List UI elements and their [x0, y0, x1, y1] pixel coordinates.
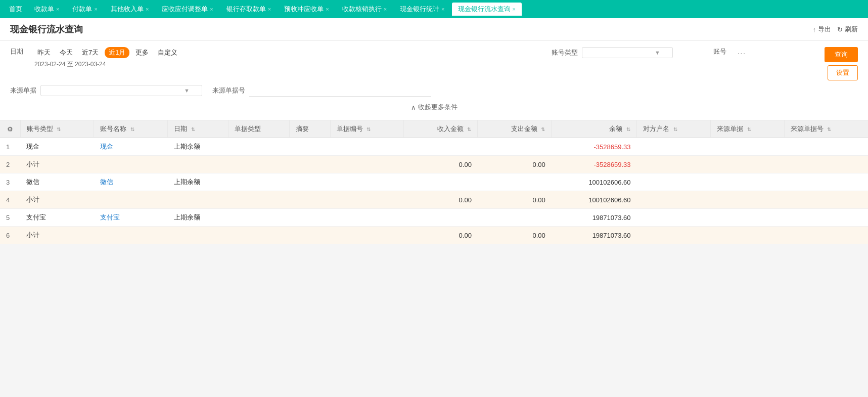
cell-acct-name[interactable]: 现金	[94, 138, 168, 156]
th-expense[interactable]: 支出金额 ⇅	[478, 120, 552, 138]
table-row: 6 小计 0.00 0.00 19871073.60	[0, 227, 868, 244]
close-tab-0-icon[interactable]: ×	[56, 6, 59, 12]
cell-voucher-no	[330, 173, 404, 191]
cell-acct-name[interactable]: 支付宝	[94, 209, 168, 227]
cell-num: 6	[0, 227, 20, 244]
cell-balance: -3528659.33	[552, 138, 637, 156]
date-range: 2023-02-24 至 2023-03-24	[34, 60, 180, 69]
cell-acct-type: 小计	[20, 156, 94, 173]
nav-tab-1[interactable]: 付款单 ×	[66, 3, 103, 16]
src-doc-select[interactable]: ▼	[40, 85, 202, 96]
cell-voucher-type	[228, 209, 289, 227]
table-row: 2 小计 0.00 0.00 -3528659.33	[0, 156, 868, 173]
date-opt-custom[interactable]: 自定义	[155, 47, 180, 58]
cell-voucher-no	[330, 191, 404, 209]
cell-balance: 100102606.60	[552, 191, 637, 209]
cell-date	[168, 156, 229, 173]
nav-tab-3[interactable]: 应收应付调整单 ×	[156, 3, 219, 16]
cell-acct-type: 小计	[20, 191, 94, 209]
acct-type-select[interactable]: ▼	[582, 47, 673, 58]
cell-src-doc-no	[784, 191, 868, 209]
date-opt-1month[interactable]: 近1月	[105, 47, 129, 58]
sort-date-icon: ⇅	[191, 126, 195, 132]
th-acct-name[interactable]: 账号名称 ⇅	[94, 120, 168, 138]
th-src-doc-no[interactable]: 来源单据号 ⇅	[784, 120, 868, 138]
cell-src-doc-no	[784, 227, 868, 244]
th-voucher-type: 单据类型	[228, 120, 289, 138]
cell-expense	[478, 209, 552, 227]
close-tab-5-icon[interactable]: ×	[326, 6, 329, 12]
filter-area: 日期 昨天 今天 近7天 近1月 更多 自定义 2023-02-24 至 202…	[0, 41, 868, 120]
nav-home[interactable]: 首页	[4, 3, 27, 16]
nav-tab-0[interactable]: 收款单 ×	[28, 3, 65, 16]
table-row: 4 小计 0.00 0.00 100102606.60	[0, 191, 868, 209]
table-body: 1 现金 现金 上期余额 -3528659.33 2 小计 0.00 0.00 …	[0, 138, 868, 244]
cell-voucher-type	[228, 191, 289, 209]
table-row: 3 微信 微信 上期余额 100102606.60	[0, 173, 868, 191]
close-tab-2-icon[interactable]: ×	[146, 6, 149, 12]
close-tab-8-icon[interactable]: ×	[513, 6, 516, 12]
date-opt-7days[interactable]: 近7天	[79, 47, 102, 58]
refresh-button[interactable]: ↻ 刷新	[837, 25, 858, 34]
nav-tab-4[interactable]: 银行存取款单 ×	[220, 3, 277, 16]
cell-balance: -3528659.33	[552, 156, 637, 173]
cell-date: 上期余额	[168, 173, 229, 191]
date-opt-more[interactable]: 更多	[132, 47, 152, 58]
nav-tab-2[interactable]: 其他收入单 ×	[105, 3, 155, 16]
cell-acct-name	[94, 156, 168, 173]
cell-voucher-no	[330, 156, 404, 173]
nav-tab-7[interactable]: 现金银行统计 ×	[394, 3, 450, 16]
src-doc-no-input[interactable]	[249, 84, 431, 97]
close-tab-4-icon[interactable]: ×	[268, 6, 271, 12]
th-counter[interactable]: 对方户名 ⇅	[637, 120, 711, 138]
th-settings[interactable]: ⚙	[0, 120, 20, 138]
sort-src-doc-icon: ⇅	[747, 126, 751, 132]
collapse-icon: ∧	[411, 104, 416, 111]
cell-expense: 0.00	[478, 227, 552, 244]
acct-dots[interactable]: ...	[738, 48, 746, 56]
page-header: 现金银行流水查询 ↑ 导出 ↻ 刷新	[0, 18, 868, 41]
cell-acct-name[interactable]: 微信	[94, 173, 168, 191]
cell-src-doc-no	[784, 156, 868, 173]
th-acct-type[interactable]: 账号类型 ⇅	[20, 120, 94, 138]
close-tab-6-icon[interactable]: ×	[384, 6, 387, 12]
nav-tab-5[interactable]: 预收冲应收单 ×	[278, 3, 335, 16]
cell-src-doc-no	[784, 138, 868, 156]
cell-acct-type: 现金	[20, 138, 94, 156]
th-voucher-no[interactable]: 单据编号 ⇅	[330, 120, 404, 138]
close-tab-3-icon[interactable]: ×	[210, 6, 213, 12]
date-opt-today[interactable]: 今天	[57, 47, 76, 58]
cell-balance: 19871073.60	[552, 227, 637, 244]
acct-label: 账号	[713, 47, 734, 56]
th-balance[interactable]: 余额 ⇅	[552, 120, 637, 138]
th-date[interactable]: 日期 ⇅	[168, 120, 229, 138]
query-button[interactable]: 查询	[825, 47, 858, 62]
cell-balance: 100102606.60	[552, 173, 637, 191]
cell-counter	[637, 173, 711, 191]
sort-expense-icon: ⇅	[541, 126, 545, 132]
gear-icon[interactable]: ⚙	[7, 125, 13, 133]
nav-tab-8[interactable]: 现金银行流水查询 ×	[452, 3, 522, 16]
cell-desc	[290, 191, 330, 209]
date-opt-yesterday[interactable]: 昨天	[34, 47, 54, 58]
table-container: ⚙ 账号类型 ⇅ 账号名称 ⇅ 日期 ⇅ 单据类型 摘要 单据编号	[0, 120, 868, 244]
refresh-icon: ↻	[837, 26, 843, 33]
cell-income: 0.00	[404, 191, 478, 209]
cell-desc	[290, 138, 330, 156]
cell-acct-name	[94, 191, 168, 209]
cell-voucher-type	[228, 173, 289, 191]
action-col: 查询 设置	[825, 47, 858, 80]
settings-button[interactable]: 设置	[828, 65, 858, 80]
th-income[interactable]: 收入金额 ⇅	[404, 120, 478, 138]
collapse-button[interactable]: ∧ 收起更多条件	[409, 101, 460, 114]
nav-tab-6[interactable]: 收款核销执行 ×	[336, 3, 393, 16]
src-doc-label: 来源单据	[10, 86, 36, 95]
close-tab-1-icon[interactable]: ×	[94, 6, 97, 12]
cell-date	[168, 191, 229, 209]
export-button[interactable]: ↑ 导出	[813, 25, 832, 34]
close-tab-7-icon[interactable]: ×	[441, 6, 444, 12]
cell-date	[168, 227, 229, 244]
th-src-doc[interactable]: 来源单据 ⇅	[710, 120, 784, 138]
cell-desc	[290, 209, 330, 227]
cell-src-doc	[710, 138, 784, 156]
